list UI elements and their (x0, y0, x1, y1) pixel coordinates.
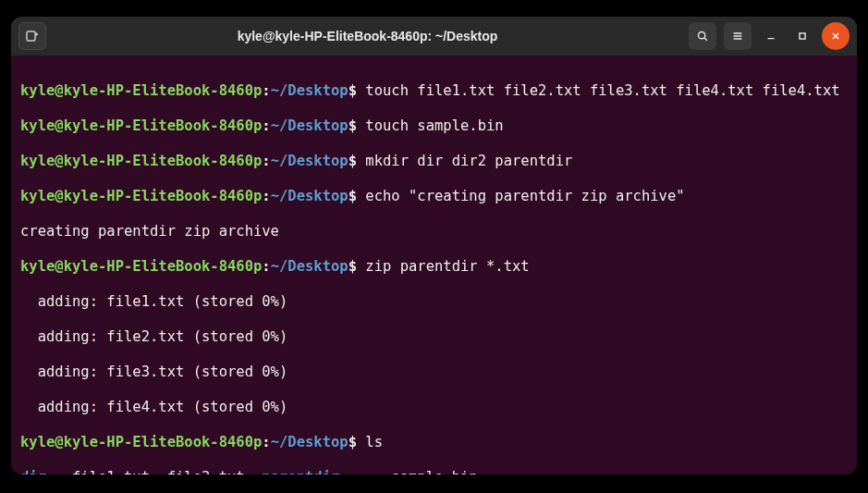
close-icon (829, 30, 842, 43)
command-text: mkdir dir dir2 parentdir (365, 153, 572, 169)
command-text: zip parentdir *.txt (365, 258, 529, 275)
terminal-line: kyle@kyle-HP-EliteBook-8460p:~/Desktop$ … (20, 188, 848, 205)
close-button[interactable] (822, 22, 850, 50)
terminal-line: kyle@kyle-HP-EliteBook-8460p:~/Desktop$ … (20, 153, 848, 170)
terminal-body[interactable]: kyle@kyle-HP-EliteBook-8460p:~/Desktop$ … (11, 55, 857, 475)
svg-rect-0 (27, 31, 35, 41)
prompt-user: kyle@kyle-HP-EliteBook-8460p (20, 82, 262, 99)
prompt-user: kyle@kyle-HP-EliteBook-8460p (20, 434, 262, 450)
command-text: echo "creating parentdir zip archive" (365, 188, 684, 204)
terminal-line: kyle@kyle-HP-EliteBook-8460p:~/Desktop$ … (20, 258, 848, 276)
prompt-path: ~/Desktop (271, 188, 348, 204)
prompt-colon: : (262, 82, 270, 99)
ls-output: dir file1.txt file3.txt parentdir sample… (20, 469, 848, 475)
prompt-dollar: $ (348, 82, 357, 99)
prompt-dollar: $ (348, 153, 357, 169)
prompt-user: kyle@kyle-HP-EliteBook-8460p (20, 117, 262, 134)
maximize-icon (796, 30, 809, 43)
ls-file: sample.bin (391, 469, 477, 475)
prompt-path: ~/Desktop (271, 153, 348, 169)
prompt-path: ~/Desktop (271, 117, 348, 134)
prompt-path: ~/Desktop (271, 82, 348, 99)
prompt-dollar: $ (348, 117, 357, 134)
prompt-path: ~/Desktop (271, 434, 348, 450)
search-button[interactable] (689, 22, 716, 50)
prompt-path: ~/Desktop (271, 258, 348, 275)
terminal-window: kyle@kyle-HP-EliteBook-8460p: ~/Desktop (11, 17, 857, 475)
ls-dir: parentdir (262, 469, 339, 475)
prompt-colon: : (262, 434, 270, 450)
minimize-button[interactable] (759, 24, 783, 48)
prompt-user: kyle@kyle-HP-EliteBook-8460p (20, 153, 262, 169)
new-tab-button[interactable] (18, 22, 46, 50)
terminal-line: kyle@kyle-HP-EliteBook-8460p:~/Desktop$ … (20, 434, 848, 451)
prompt-colon: : (262, 153, 270, 169)
ls-file: file1.txt (72, 469, 150, 475)
ls-dir: dir (20, 469, 46, 475)
prompt-user: kyle@kyle-HP-EliteBook-8460p (20, 188, 262, 204)
terminal-line: kyle@kyle-HP-EliteBook-8460p:~/Desktop$ … (20, 82, 848, 100)
maximize-button[interactable] (790, 24, 814, 48)
terminal-line: kyle@kyle-HP-EliteBook-8460p:~/Desktop$ … (20, 117, 848, 135)
titlebar: kyle@kyle-HP-EliteBook-8460p: ~/Desktop (11, 17, 857, 55)
prompt-dollar: $ (348, 188, 357, 204)
output-line: adding: file1.txt (stored 0%) (20, 293, 848, 311)
command-text: touch sample.bin (365, 117, 503, 134)
output-line: creating parentdir zip archive (20, 223, 848, 240)
prompt-colon: : (262, 117, 270, 134)
output-line: adding: file4.txt (stored 0%) (20, 399, 848, 416)
prompt-user: kyle@kyle-HP-EliteBook-8460p (20, 258, 262, 275)
ls-file: file3.txt (167, 469, 245, 475)
new-tab-icon (25, 29, 40, 43)
hamburger-icon (731, 30, 744, 43)
minimize-icon (764, 30, 777, 43)
prompt-dollar: $ (348, 434, 357, 450)
command-text: touch file1.txt file2.txt file3.txt file… (365, 82, 839, 99)
title-text: kyle@kyle-HP-EliteBook-8460p: ~/Desktop (54, 29, 681, 43)
search-icon (696, 30, 709, 43)
svg-point-1 (698, 31, 704, 38)
output-line: adding: file2.txt (stored 0%) (20, 328, 848, 346)
prompt-colon: : (262, 258, 270, 275)
output-line: adding: file3.txt (stored 0%) (20, 364, 848, 381)
prompt-dollar: $ (348, 258, 357, 275)
menu-button[interactable] (724, 22, 752, 50)
command-text: ls (365, 434, 383, 450)
titlebar-controls (689, 22, 850, 50)
prompt-colon: : (262, 188, 270, 204)
svg-rect-2 (800, 33, 805, 39)
